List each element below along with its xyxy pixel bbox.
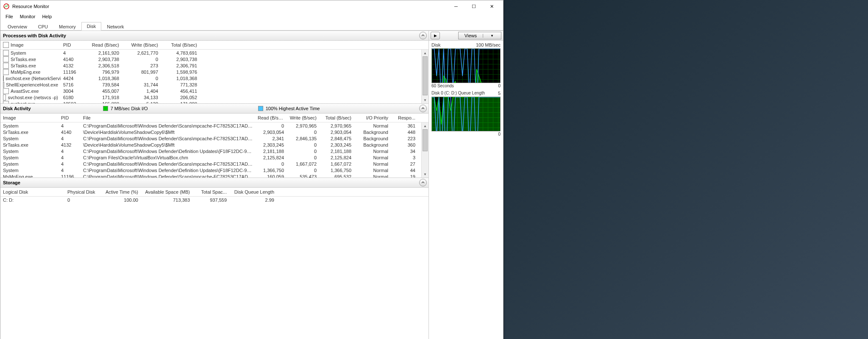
tab-disk[interactable]: Disk [81, 22, 101, 31]
processes-list[interactable]: System42,161,9202,621,7704,783,691SrTask… [0, 50, 428, 103]
tab-strip: Overview CPU Memory Disk Network [0, 21, 503, 31]
row-checkbox[interactable] [3, 75, 4, 81]
disk-chart [431, 48, 501, 83]
collapse-sidebar-button[interactable]: ▶ [431, 32, 440, 39]
chevron-down-icon: ▼ [483, 34, 501, 38]
table-row[interactable]: SrTasks.exe4132\Device\HarddiskVolumeSha… [0, 142, 428, 148]
disk-activity-columns[interactable]: Image PID File Read (B/sec) Write (B/sec… [0, 114, 428, 122]
table-row[interactable]: SrTasks.exe4140\Device\HarddiskVolumeSha… [0, 129, 428, 135]
table-row[interactable]: MsMpEng.exe11196796,979801,9971,598,976 [0, 69, 428, 75]
charts-sidebar: ▶ Views▼ Disk100 MB/sec 60 Seconds0 Disk… [429, 31, 503, 339]
table-row[interactable]: System4C:\ProgramData\Microsoft\Windows … [0, 135, 428, 142]
table-row[interactable]: SrTasks.exe41322,306,5182732,306,791 [0, 62, 428, 69]
collapse-icon[interactable] [419, 105, 427, 112]
tab-cpu[interactable]: CPU [33, 22, 53, 31]
queue-chart [431, 97, 501, 131]
table-row[interactable]: System4C:\ProgramData\Microsoft\Windows … [0, 122, 428, 129]
maximize-button[interactable]: ☐ [465, 0, 483, 12]
app-icon [3, 3, 10, 10]
chart-queue: Disk 0 (C: D:) Queue Length5 0 [431, 91, 501, 136]
collapse-icon[interactable] [419, 179, 427, 186]
charts-toolbar: ▶ Views▼ [429, 31, 503, 41]
menubar: File Monitor Help [0, 12, 503, 21]
table-row[interactable]: System4C:\ProgramData\Microsoft\Windows … [0, 161, 428, 167]
row-checkbox[interactable] [3, 50, 9, 56]
storage-columns[interactable]: Logical Disk Physical Disk Active Time (… [0, 188, 428, 197]
menu-file[interactable]: File [2, 13, 17, 20]
table-row[interactable]: svchost.exe10592165,8885,120171,008 [0, 100, 428, 103]
blue-square-icon [258, 106, 263, 111]
resource-monitor-window: Resource Monitor ─ ☐ ✕ File Monitor Help… [0, 0, 504, 339]
close-button[interactable]: ✕ [483, 0, 501, 12]
table-row[interactable]: MsMpEng.exe11196C:\ProgramData\Microsoft… [0, 173, 428, 178]
table-row[interactable]: ShellExperienceHost.exe5716739,58431,744… [0, 81, 428, 88]
scrollbar[interactable]: ▲▼ [421, 122, 428, 178]
table-row[interactable]: System42,161,9202,621,7704,783,691 [0, 50, 428, 56]
table-row[interactable]: System4C:\ProgramData\Microsoft\Windows … [0, 148, 428, 154]
tab-overview[interactable]: Overview [2, 22, 33, 31]
panel-disk-activity-header[interactable]: Disk Activity 7 MB/sec Disk I/O 100% Hig… [0, 103, 428, 114]
processes-columns[interactable]: Image PID Read (B/sec) Write (B/sec) Tot… [0, 41, 428, 50]
row-checkbox[interactable] [3, 56, 9, 62]
table-row[interactable]: SrTasks.exe41402,903,73802,903,738 [0, 56, 428, 62]
table-row[interactable]: svchost.exe (netsvcs -p)6180171,91834,13… [0, 94, 428, 100]
row-checkbox[interactable] [3, 94, 6, 100]
chart-disk: Disk100 MB/sec 60 Seconds0 [431, 42, 501, 88]
row-checkbox[interactable] [3, 82, 4, 88]
disk-activity-list[interactable]: System4C:\ProgramData\Microsoft\Windows … [0, 122, 428, 178]
green-square-icon [103, 106, 108, 111]
tab-memory[interactable]: Memory [53, 22, 81, 31]
row-checkbox[interactable] [3, 63, 9, 69]
panel-processes: Processes with Disk Activity Image PID R… [0, 31, 428, 103]
row-checkbox[interactable] [3, 88, 9, 94]
table-row[interactable]: AvastSvc.exe3004455,0071,404456,411 [0, 88, 428, 94]
table-row[interactable]: C: D:0100.00713,383937,5592.99 [0, 197, 428, 203]
menu-monitor[interactable]: Monitor [17, 13, 39, 20]
titlebar[interactable]: Resource Monitor ─ ☐ ✕ [0, 0, 503, 12]
views-dropdown[interactable]: Views▼ [458, 32, 501, 39]
panel-processes-header[interactable]: Processes with Disk Activity [0, 31, 428, 41]
panel-storage: Storage Logical Disk Physical Disk Activ… [0, 178, 428, 339]
scrollbar[interactable]: ▲▼ [421, 50, 428, 103]
panel-disk-activity: Disk Activity 7 MB/sec Disk I/O 100% Hig… [0, 103, 428, 178]
menu-help[interactable]: Help [39, 13, 55, 20]
table-row[interactable]: svchost.exe (NetworkService -p)44241,018… [0, 75, 428, 81]
window-title: Resource Monitor [12, 4, 447, 9]
tab-network[interactable]: Network [101, 22, 129, 31]
panel-storage-header[interactable]: Storage [0, 178, 428, 188]
table-row[interactable]: System4C:\ProgramData\Microsoft\Windows … [0, 167, 428, 173]
table-row[interactable]: System4C:\Program Files\Oracle\VirtualBo… [0, 154, 428, 161]
row-checkbox[interactable] [3, 69, 9, 75]
select-all-checkbox[interactable] [3, 42, 9, 48]
collapse-icon[interactable] [419, 32, 427, 39]
storage-list[interactable]: C: D:0100.00713,383937,5592.99 [0, 197, 428, 339]
minimize-button[interactable]: ─ [447, 0, 465, 12]
